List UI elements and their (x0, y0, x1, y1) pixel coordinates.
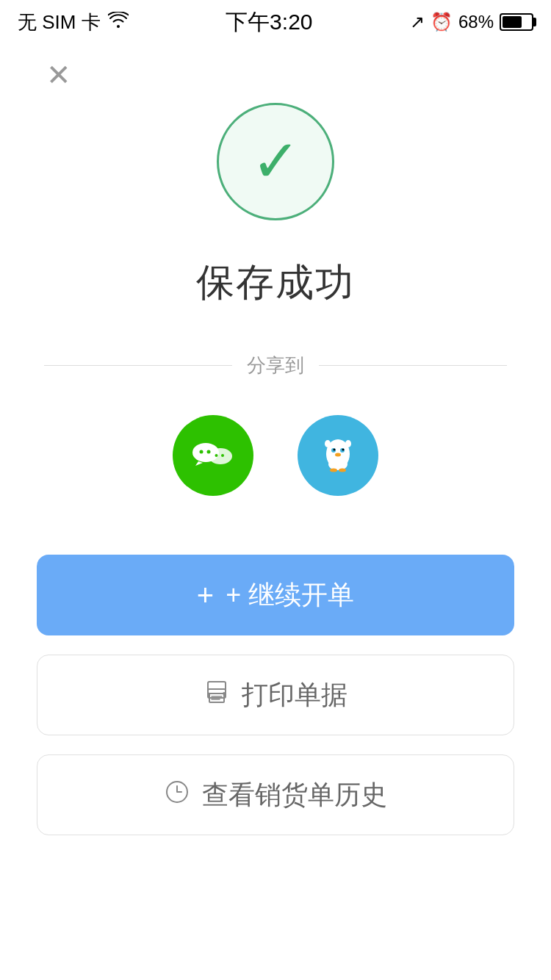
close-icon: ✕ (46, 60, 71, 90)
svg-point-13 (330, 469, 337, 472)
success-circle: ✓ (217, 103, 334, 220)
history-button[interactable]: 查看销货单历史 (37, 754, 514, 835)
svg-point-9 (334, 449, 336, 451)
history-icon (164, 779, 190, 812)
svg-point-14 (339, 469, 346, 472)
print-button[interactable]: 打印单据 (37, 655, 514, 735)
battery-percent: 68% (458, 12, 494, 32)
carrier-text: 无 SIM 卡 (18, 10, 101, 35)
main-content: ✓ 保存成功 分享到 (0, 44, 551, 835)
svg-point-15 (325, 440, 331, 447)
svg-point-12 (328, 458, 347, 470)
status-carrier: 无 SIM 卡 (18, 10, 129, 35)
battery-icon (500, 13, 533, 31)
svg-rect-17 (208, 682, 226, 693)
alarm-icon: ⏰ (431, 12, 453, 32)
svg-point-20 (223, 692, 226, 695)
status-time: 下午3:20 (226, 7, 312, 37)
svg-point-4 (215, 454, 218, 457)
svg-point-5 (221, 454, 224, 457)
action-buttons: + + 继续开单 打印单据 (0, 555, 551, 835)
share-divider: 分享到 (0, 353, 551, 378)
status-right: ↗ ⏰ 68% (410, 12, 533, 32)
share-label: 分享到 (247, 353, 304, 378)
share-icons (173, 415, 378, 496)
svg-point-16 (345, 440, 351, 447)
divider-left (44, 365, 232, 366)
close-button[interactable]: ✕ (37, 53, 81, 97)
svg-point-11 (335, 453, 341, 457)
continue-label: + 继续开单 (226, 577, 354, 613)
wechat-share-button[interactable] (173, 415, 253, 496)
print-label: 打印单据 (242, 677, 347, 713)
checkmark-icon: ✓ (251, 132, 300, 191)
svg-point-10 (342, 449, 345, 451)
svg-point-3 (207, 450, 211, 454)
divider-right (319, 365, 507, 366)
success-title: 保存成功 (196, 257, 355, 309)
continue-button[interactable]: + + 继续开单 (37, 555, 514, 635)
qq-share-button[interactable] (298, 415, 378, 496)
plus-icon: + (197, 579, 214, 612)
printer-icon (204, 679, 230, 712)
history-label: 查看销货单历史 (202, 777, 387, 813)
status-bar: 无 SIM 卡 下午3:20 ↗ ⏰ 68% (0, 0, 551, 44)
wifi-icon (108, 12, 129, 32)
svg-point-1 (209, 448, 232, 464)
svg-point-2 (200, 450, 204, 454)
location-icon: ↗ (410, 12, 425, 32)
